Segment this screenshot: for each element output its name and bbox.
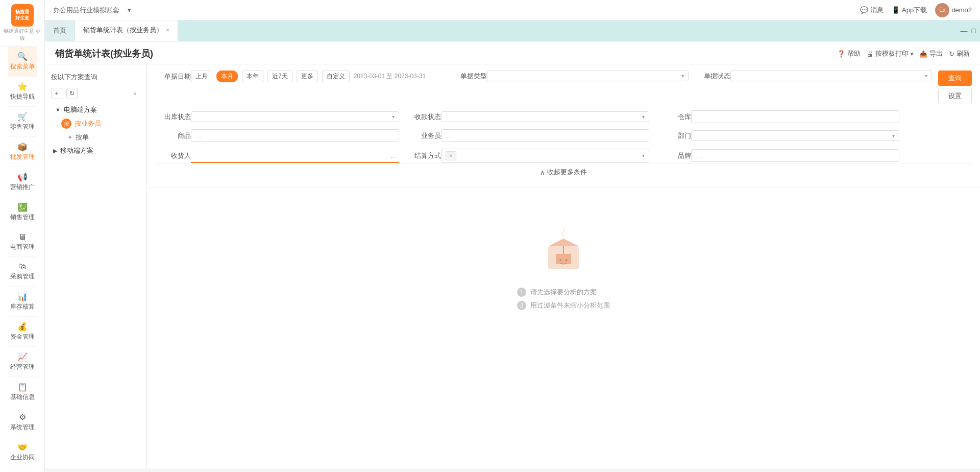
settlement-label: 结算方式 (405, 151, 441, 160)
out-status-select[interactable]: ▾ (191, 111, 399, 122)
consignee-input[interactable] (191, 149, 390, 161)
add-icon: + (55, 90, 58, 97)
empty-tip-1: 1 请先选择要分析的方案 (517, 288, 610, 297)
last7days-btn[interactable]: 近7天 (267, 70, 292, 82)
sidebar-item-ecommerce[interactable]: 🖥 电商管理 (8, 227, 37, 257)
dropdown-arrow-icon: ▾ (128, 6, 131, 14)
receipt-status-select[interactable]: ▾ (441, 111, 649, 122)
operations-icon: 📈 (17, 352, 28, 362)
filter-row-2: 出库状态 ▾ 收款状态 ▾ (155, 110, 972, 123)
tab-maximize-btn[interactable]: □ (972, 27, 976, 35)
message-btn[interactable]: 💬 消息 (860, 6, 884, 15)
sidebar-item-shortcut[interactable]: ⭐ 快捷导航 (8, 77, 37, 107)
tab-minimize-btn[interactable]: — (961, 27, 968, 35)
tree-item-desktop[interactable]: ▼ 电脑端方案 (45, 103, 146, 116)
tree-subchild-order[interactable]: ✦ 按单 (45, 131, 146, 144)
doc-type-select[interactable]: ▾ (487, 70, 689, 81)
help-icon: ❓ (837, 50, 845, 58)
warehouse-select[interactable]: … (691, 110, 899, 123)
marketing-label: 营销推广 (10, 183, 35, 192)
export-btn[interactable]: 📤 导出 (919, 49, 943, 58)
brand-group: 品牌 … (655, 149, 899, 162)
tree-child-salesperson[interactable]: 按 按业务员 (45, 116, 146, 131)
more-btn[interactable]: 更多 (297, 70, 318, 82)
sidebar-item-newuser[interactable]: 🎯 新手引导 (8, 467, 37, 472)
this-year-btn[interactable]: 本年 (242, 70, 263, 82)
custom-btn[interactable]: 自定义 (322, 70, 350, 82)
sidebar-item-inventory[interactable]: 📊 库存核算 (8, 287, 37, 317)
warehouse-label: 仓库 (655, 112, 691, 122)
sidebar-item-finance[interactable]: 💰 资金管理 (8, 317, 37, 347)
ecommerce-label: 电商管理 (10, 243, 35, 251)
department-select[interactable]: ▾ (691, 130, 899, 141)
collapse-arrow-icon: ∧ (540, 169, 545, 176)
logo-icon[interactable]: 畅捷通好生意 (11, 4, 34, 27)
consignee-group: 收货人 … (155, 148, 399, 163)
goods-label: 商品 (155, 131, 191, 140)
date-range-label: 2023-03-01 至 2023-03-31 (354, 72, 426, 81)
sidebar-item-marketing[interactable]: 📢 营销推广 (8, 167, 37, 197)
sidebar-item-enterprise[interactable]: 🤝 企业协同 (8, 437, 37, 467)
goods-select[interactable]: … (191, 129, 399, 142)
retail-icon: 🛒 (17, 112, 28, 122)
doc-type-arrow-icon: ▾ (681, 73, 684, 79)
export-icon: 📤 (919, 50, 927, 58)
empty-state: 1 请先选择要分析的方案 2 用过滤条件来缩小分析范围 (147, 187, 980, 351)
department-label: 部门 (655, 131, 691, 140)
settlement-tag-x-btn[interactable]: × (449, 152, 453, 159)
order-icon-glyph: ✦ (67, 134, 72, 141)
brand-select[interactable]: … (691, 149, 899, 162)
tree-item-mobile[interactable]: ▶ 移动端方案 (45, 144, 146, 157)
settlement-arrow-icon: ▾ (642, 153, 645, 158)
sidebar-item-basic[interactable]: 📋 基础信息 (8, 377, 37, 407)
sidebar-item-purchase[interactable]: 🛍 采购管理 (8, 257, 37, 287)
tree-desktop-label: 电脑端方案 (64, 105, 97, 114)
sidebar-item-search[interactable]: 🔍 搜索菜单 (8, 46, 37, 77)
add-scheme-btn[interactable]: + (51, 88, 62, 99)
sidebar-item-system[interactable]: ⚙ 系统管理 (8, 407, 37, 437)
tip-1-num: 1 (517, 288, 526, 297)
out-status-arrow-icon: ▾ (392, 114, 395, 120)
sidebar-item-wholesale[interactable]: 📦 批发管理 (8, 137, 37, 167)
this-month-btn[interactable]: 本月 (216, 70, 238, 82)
query-btn[interactable]: 查询 (938, 70, 972, 86)
system-icon: ⚙ (19, 412, 26, 422)
tabs-right: — □ (961, 20, 980, 41)
date-filter-group: 单据日期 上月 本月 本年 近7天 更多 自定义 2023-03-01 至 20… (155, 70, 451, 82)
filter-area: 单据日期 上月 本月 本年 近7天 更多 自定义 2023-03-01 至 20… (147, 64, 980, 187)
salesperson-select[interactable]: … (441, 129, 649, 142)
sales-icon: 💹 (17, 202, 28, 212)
svg-marker-1 (548, 239, 579, 246)
sales-label: 销售管理 (10, 213, 35, 222)
template-print-btn[interactable]: 🖨 按模板打印 ▾ (867, 49, 913, 58)
sidebar-item-operations[interactable]: 📈 经营管理 (8, 347, 37, 377)
last-month-btn[interactable]: 上月 (191, 70, 212, 82)
warehouse-group: 仓库 … (655, 110, 899, 123)
salesperson-filter-label: 业务员 (405, 131, 441, 140)
svg-rect-2 (556, 254, 571, 264)
tree-mobile-arrow-icon: ▶ (53, 148, 57, 154)
refresh-btn[interactable]: ↻ 刷新 (949, 49, 970, 58)
settlement-select[interactable]: × ▾ (441, 149, 649, 163)
collapse-panel-btn[interactable]: « (129, 88, 140, 99)
refresh-scheme-btn[interactable]: ↻ (66, 88, 78, 99)
sidebar-item-sales[interactable]: 💹 销售管理 (8, 197, 37, 227)
inventory-label: 库存核算 (10, 302, 35, 311)
purchase-icon: 🛍 (18, 262, 27, 271)
consignee-dots: … (390, 151, 397, 159)
print-arrow-icon: ▾ (911, 51, 913, 57)
tab-close-btn[interactable]: × (166, 27, 169, 34)
tab-home[interactable]: 首页 (45, 20, 75, 41)
workspace-dropdown[interactable]: ▾ (128, 6, 131, 14)
collapse-link[interactable]: ∧ 收起更多条件 (540, 168, 587, 177)
sidebar-item-retail[interactable]: 🛒 零售管理 (8, 107, 37, 137)
tab-salesperson-report[interactable]: 销货单统计表（按业务员） × (75, 20, 178, 41)
doc-status-select[interactable]: ▾ (730, 70, 932, 81)
help-btn[interactable]: ❓ 帮助 (837, 49, 861, 58)
app-download-btn[interactable]: 📱 App下载 (892, 6, 927, 15)
user-menu[interactable]: Ea demo2 (935, 3, 972, 17)
settings-btn[interactable]: 设置 (938, 88, 972, 104)
doc-status-label: 单据状态 (695, 72, 730, 81)
operations-label: 经营管理 (10, 363, 35, 371)
tab-active-label: 销货单统计表（按业务员） (83, 26, 163, 35)
